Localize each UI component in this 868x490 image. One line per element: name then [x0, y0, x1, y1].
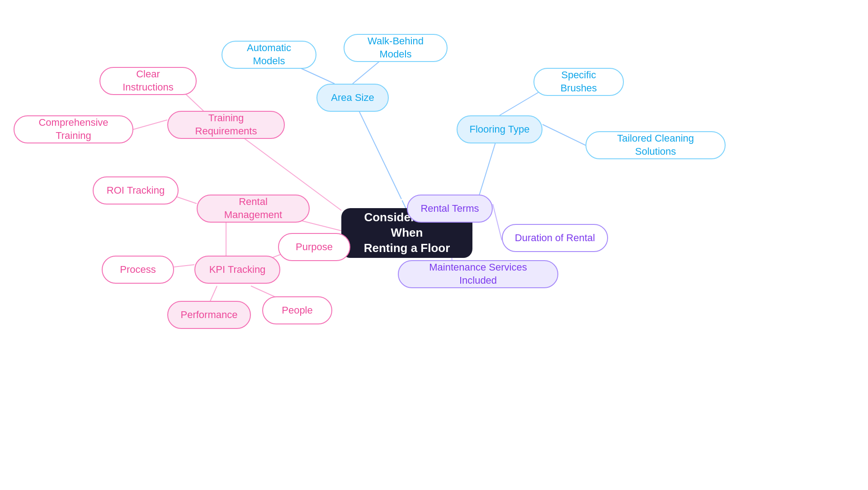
area-size-label: Area Size [331, 91, 374, 105]
automatic-models-label: Automatic Models [233, 42, 305, 67]
purpose-label: Purpose [296, 241, 333, 254]
duration-of-rental-node: Duration of Rental [502, 224, 608, 252]
comprehensive-training-node: Comprehensive Training [14, 115, 133, 143]
automatic-models-node: Automatic Models [222, 41, 316, 69]
flooring-type-label: Flooring Type [470, 123, 530, 136]
kpi-tracking-label: KPI Tracking [209, 263, 266, 276]
purpose-node: Purpose [278, 233, 350, 261]
area-size-node: Area Size [316, 84, 389, 112]
maintenance-services-node: Maintenance Services Included [398, 260, 558, 288]
specific-brushes-node: Specific Brushes [533, 68, 624, 96]
rental-terms-node: Rental Terms [407, 195, 493, 223]
kpi-tracking-node: KPI Tracking [194, 256, 280, 284]
roi-tracking-label: ROI Tracking [107, 184, 165, 197]
clear-instructions-label: Clear Instructions [111, 68, 185, 94]
rental-terms-label: Rental Terms [420, 202, 479, 215]
svg-line-8 [133, 120, 167, 129]
tailored-cleaning-node: Tailored Cleaning Solutions [585, 131, 726, 159]
training-reqs-node: Training Requirements [167, 111, 285, 139]
process-label: Process [120, 263, 156, 276]
clear-instructions-node: Clear Instructions [99, 67, 197, 95]
performance-node: Performance [167, 301, 251, 329]
svg-line-0 [353, 98, 407, 210]
rental-mgmt-node: Rental Management [197, 195, 310, 223]
people-node: People [262, 296, 332, 324]
svg-line-5 [542, 124, 585, 145]
walk-behind-models-label: Walk-Behind Models [355, 35, 436, 61]
people-label: People [282, 304, 313, 317]
walk-behind-models-node: Walk-Behind Models [344, 34, 448, 62]
specific-brushes-label: Specific Brushes [545, 69, 612, 95]
tailored-cleaning-label: Tailored Cleaning Solutions [597, 132, 714, 158]
maintenance-services-label: Maintenance Services Included [410, 261, 547, 287]
process-node: Process [102, 256, 174, 284]
rental-mgmt-label: Rental Management [208, 195, 298, 221]
flooring-type-node: Flooring Type [457, 115, 542, 143]
duration-of-rental-label: Duration of Rental [515, 232, 595, 245]
svg-line-13 [174, 265, 194, 267]
performance-label: Performance [181, 309, 238, 322]
comprehensive-training-label: Comprehensive Training [25, 116, 122, 142]
roi-tracking-node: ROI Tracking [93, 176, 179, 205]
training-reqs-label: Training Requirements [179, 112, 273, 138]
svg-line-17 [493, 204, 502, 240]
